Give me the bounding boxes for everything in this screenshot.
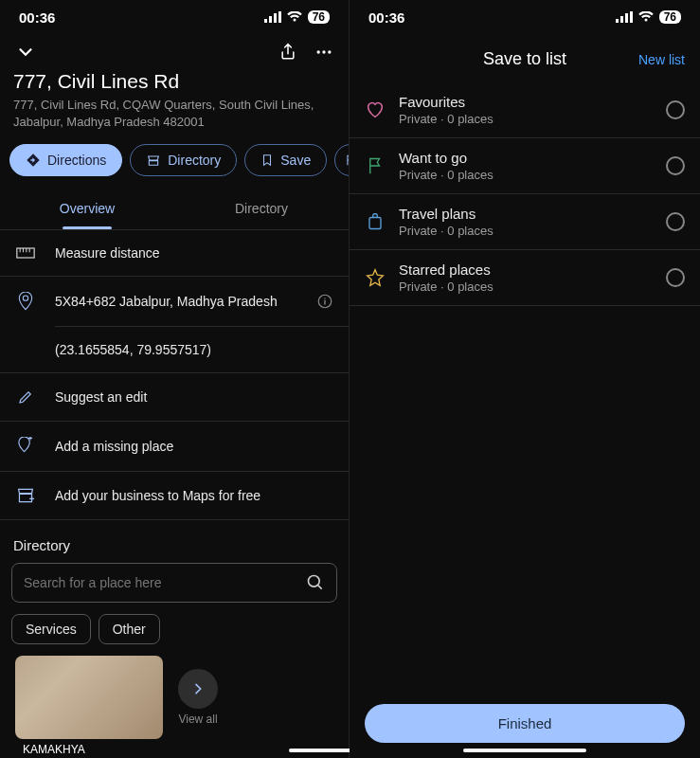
svg-rect-7 bbox=[17, 248, 34, 258]
save-label: Save bbox=[280, 153, 311, 168]
suggest-label: Suggest an edit bbox=[55, 389, 147, 405]
store-icon bbox=[146, 153, 161, 168]
share-icon[interactable] bbox=[278, 42, 297, 63]
pluscode-label: 5X84+682 Jabalpur, Madhya Pradesh bbox=[55, 294, 278, 309]
flag-icon bbox=[345, 153, 349, 168]
flag-button[interactable] bbox=[334, 144, 349, 176]
status-icons: 76 bbox=[264, 10, 330, 24]
filter-other[interactable]: Other bbox=[99, 614, 160, 644]
save-lists: FavouritesPrivate · 0 places Want to goP… bbox=[350, 82, 700, 306]
home-indicator bbox=[463, 749, 586, 752]
list-name: Favourites bbox=[399, 94, 653, 110]
list-meta: Private · 0 places bbox=[399, 224, 653, 238]
directory-thumbs: KAMAKHYA View all bbox=[0, 656, 349, 739]
signal-icon bbox=[264, 11, 281, 23]
list-meta: Private · 0 places bbox=[399, 280, 653, 294]
svg-point-9 bbox=[309, 576, 320, 587]
directory-heading: Directory bbox=[0, 520, 349, 563]
status-time: 00:36 bbox=[368, 9, 404, 26]
add-pin-icon bbox=[15, 437, 36, 456]
save-button[interactable]: Save bbox=[244, 144, 327, 176]
list-meta: Private · 0 places bbox=[399, 168, 653, 182]
store-add-icon bbox=[15, 487, 36, 504]
svg-rect-10 bbox=[616, 19, 619, 23]
signal-icon bbox=[616, 11, 633, 23]
svg-rect-11 bbox=[620, 16, 623, 23]
svg-rect-0 bbox=[264, 19, 267, 23]
status-bar-right: 00:36 76 bbox=[350, 0, 700, 30]
directory-thumb[interactable]: KAMAKHYA bbox=[15, 656, 163, 739]
status-time: 00:36 bbox=[19, 9, 55, 26]
suitcase-icon bbox=[365, 212, 386, 231]
directory-label: Directory bbox=[168, 153, 221, 168]
suggest-edit-row[interactable]: Suggest an edit bbox=[0, 373, 349, 422]
radio-button[interactable] bbox=[666, 212, 685, 231]
tab-overview[interactable]: Overview bbox=[0, 188, 174, 229]
svg-rect-12 bbox=[625, 13, 628, 23]
save-list-favourites[interactable]: FavouritesPrivate · 0 places bbox=[350, 82, 700, 138]
view-all-label: View all bbox=[178, 713, 217, 726]
flag-icon bbox=[365, 156, 386, 175]
svg-rect-14 bbox=[369, 218, 381, 229]
place-details-panel: 00:36 76 777, Civil Lines Rd 777, Civil … bbox=[0, 0, 350, 758]
star-icon bbox=[365, 268, 386, 287]
place-title: 777, Civil Lines Rd bbox=[13, 70, 335, 93]
pencil-icon bbox=[15, 388, 36, 406]
save-list-starred[interactable]: Starred placesPrivate · 0 places bbox=[350, 250, 700, 306]
radio-button[interactable] bbox=[666, 156, 685, 175]
next-thumb-button[interactable] bbox=[178, 669, 218, 709]
svg-rect-3 bbox=[278, 11, 281, 23]
battery-level: 76 bbox=[308, 10, 330, 24]
directions-button[interactable]: Directions bbox=[9, 144, 122, 176]
action-chips: Directions Directory Save bbox=[0, 140, 349, 188]
measure-label: Measure distance bbox=[55, 245, 160, 261]
svg-rect-13 bbox=[630, 11, 633, 23]
measure-distance-row[interactable]: Measure distance bbox=[0, 230, 349, 277]
wifi-icon bbox=[287, 11, 302, 23]
directions-icon bbox=[26, 153, 41, 168]
directory-search[interactable] bbox=[11, 563, 337, 603]
addmissing-label: Add a missing place bbox=[55, 439, 173, 454]
bookmark-icon bbox=[260, 153, 274, 168]
directions-label: Directions bbox=[47, 153, 106, 168]
place-title-block: 777, Civil Lines Rd 777, Civil Lines Rd,… bbox=[0, 66, 349, 140]
ruler-icon bbox=[15, 246, 36, 260]
pin-icon bbox=[15, 292, 36, 311]
battery-level: 76 bbox=[659, 10, 681, 24]
list-name: Want to go bbox=[399, 150, 653, 166]
radio-button[interactable] bbox=[666, 100, 685, 119]
info-icon[interactable] bbox=[316, 293, 333, 310]
finished-button[interactable]: Finished bbox=[365, 704, 685, 743]
list-meta: Private · 0 places bbox=[399, 112, 653, 126]
filter-chips: Services Other bbox=[0, 603, 349, 656]
list-name: Starred places bbox=[399, 262, 653, 278]
new-list-button[interactable]: New list bbox=[638, 52, 685, 67]
save-to-list-panel: 00:36 76 Save to list New list Favourite… bbox=[350, 0, 700, 758]
pluscode-row[interactable]: 5X84+682 Jabalpur, Madhya Pradesh bbox=[0, 277, 349, 326]
list-name: Travel plans bbox=[399, 206, 653, 222]
svg-point-5 bbox=[322, 50, 325, 53]
heart-icon bbox=[365, 101, 386, 118]
more-icon[interactable] bbox=[314, 43, 333, 62]
svg-rect-1 bbox=[269, 16, 272, 23]
thumb-label: KAMAKHYA bbox=[23, 743, 85, 756]
search-icon[interactable] bbox=[306, 573, 325, 592]
add-business-row[interactable]: Add your business to Maps for free bbox=[0, 472, 349, 520]
place-subtitle: 777, Civil Lines Rd, CQAW Quarters, Sout… bbox=[13, 97, 335, 131]
status-icons: 76 bbox=[616, 10, 681, 24]
wifi-icon bbox=[638, 11, 654, 23]
tab-directory[interactable]: Directory bbox=[174, 188, 349, 229]
addbusiness-label: Add your business to Maps for free bbox=[55, 488, 260, 503]
save-list-want-to-go[interactable]: Want to goPrivate · 0 places bbox=[350, 138, 700, 194]
collapse-chevron-icon[interactable] bbox=[15, 42, 36, 63]
svg-point-6 bbox=[328, 50, 331, 53]
search-input[interactable] bbox=[24, 575, 306, 590]
tabs: Overview Directory bbox=[0, 188, 349, 230]
directory-button[interactable]: Directory bbox=[130, 144, 237, 176]
radio-button[interactable] bbox=[666, 268, 685, 287]
save-list-travel-plans[interactable]: Travel plansPrivate · 0 places bbox=[350, 194, 700, 250]
coords-row[interactable]: (23.1655854, 79.9557517) bbox=[0, 327, 349, 373]
svg-point-4 bbox=[317, 50, 320, 53]
filter-services[interactable]: Services bbox=[11, 614, 91, 644]
add-missing-row[interactable]: Add a missing place bbox=[0, 422, 349, 472]
